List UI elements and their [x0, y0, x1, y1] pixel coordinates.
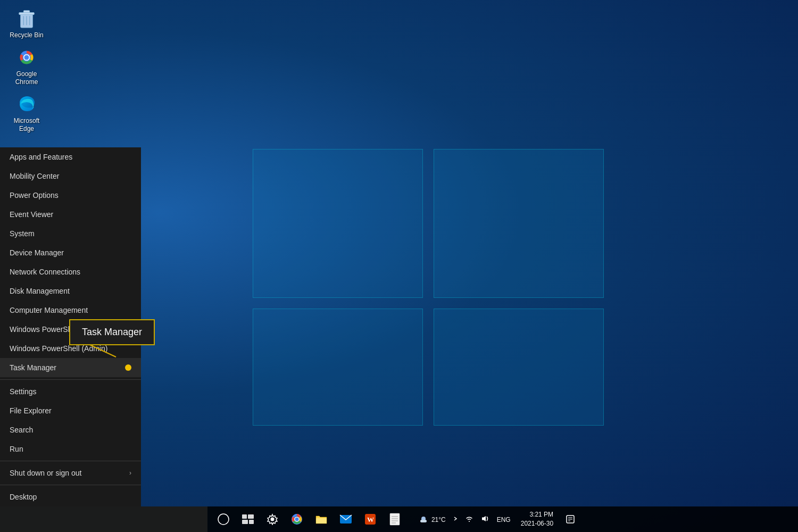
taskbar-volume-icon[interactable] — [479, 514, 491, 525]
taskbar-task-view-button[interactable] — [237, 509, 259, 530]
taskbar-show-hidden-icons[interactable] — [452, 514, 459, 525]
menu-item-power-options[interactable]: Power Options — [0, 186, 141, 205]
win-pane-tl — [253, 149, 423, 298]
svg-rect-18 — [249, 520, 254, 524]
menu-item-task-manager[interactable]: Task Manager — [0, 358, 141, 377]
menu-item-desktop[interactable]: Desktop — [0, 487, 141, 506]
taskbar-clock[interactable]: 3:21 PM 2021-06-30 — [517, 510, 558, 528]
menu-item-settings[interactable]: Settings — [0, 382, 141, 401]
svg-rect-17 — [242, 520, 248, 524]
microsoft-edge-label: Microsoft Edge — [8, 117, 45, 132]
menu-item-system[interactable]: System — [0, 224, 141, 243]
win-pane-br — [434, 309, 604, 426]
desktop: Recycle Bin Go — [0, 0, 798, 532]
google-chrome-label: Google Chrome — [8, 70, 45, 86]
taskbar-mail-button[interactable] — [335, 509, 356, 530]
svg-point-10 — [24, 55, 29, 60]
taskbar-start-area — [0, 506, 207, 532]
recycle-bin-icon[interactable]: Recycle Bin — [5, 5, 48, 41]
menu-item-shut-down[interactable]: Shut down or sign out › — [0, 463, 141, 483]
taskbar-action-center[interactable] — [562, 511, 579, 528]
svg-point-19 — [271, 518, 275, 521]
menu-item-file-explorer[interactable]: File Explorer — [0, 401, 141, 420]
svg-rect-15 — [242, 514, 247, 519]
taskbar-weather[interactable]: 21°C — [417, 514, 447, 525]
taskbar-notepad-button[interactable] — [384, 509, 405, 530]
menu-divider-3 — [0, 485, 141, 485]
svg-rect-2 — [23, 11, 29, 13]
svg-rect-27 — [390, 513, 400, 525]
svg-rect-23 — [316, 518, 327, 523]
menu-item-event-viewer[interactable]: Event Viewer — [0, 205, 141, 224]
task-manager-dot — [125, 364, 131, 371]
menu-item-computer-management[interactable]: Computer Management — [0, 301, 141, 320]
win-pane-bl — [253, 309, 423, 426]
svg-rect-33 — [420, 520, 427, 522]
menu-item-disk-management[interactable]: Disk Management — [0, 281, 141, 301]
taskbar-settings-button[interactable] — [262, 509, 283, 530]
menu-item-run[interactable]: Run — [0, 439, 141, 459]
svg-rect-16 — [248, 514, 254, 519]
svg-point-14 — [218, 514, 229, 525]
menu-divider-2 — [0, 461, 141, 461]
svg-rect-1 — [19, 13, 35, 15]
svg-point-22 — [295, 518, 299, 521]
recycle-bin-label: Recycle Bin — [10, 31, 43, 39]
menu-divider-1 — [0, 379, 141, 380]
svg-text:W: W — [367, 516, 374, 523]
task-manager-tooltip: Task Manager — [69, 319, 155, 345]
menu-item-network-connections[interactable]: Network Connections — [0, 262, 141, 281]
taskbar-file-explorer-button[interactable] — [311, 509, 332, 530]
taskbar: W 21°C — [0, 506, 798, 532]
desktop-icons: Recycle Bin Go — [5, 5, 48, 135]
taskbar-chrome-button[interactable] — [286, 509, 307, 530]
menu-item-search[interactable]: Search — [0, 420, 141, 439]
taskbar-network-icon[interactable] — [463, 514, 475, 525]
menu-item-device-manager[interactable]: Device Manager — [0, 243, 141, 262]
taskbar-office-button[interactable]: W — [360, 509, 381, 530]
win-pane-tr — [434, 149, 604, 298]
windows-logo-watermark — [253, 106, 625, 426]
taskbar-language-indicator[interactable]: ENG — [495, 514, 512, 525]
google-chrome-icon[interactable]: Google Chrome — [5, 44, 48, 88]
shut-down-arrow-icon: › — [129, 469, 131, 477]
menu-item-apps-features[interactable]: Apps and Features — [0, 147, 141, 167]
menu-item-mobility-center[interactable]: Mobility Center — [0, 167, 141, 186]
taskbar-tray: 21°C — [411, 506, 585, 532]
taskbar-search-button[interactable] — [213, 509, 234, 530]
microsoft-edge-icon[interactable]: Microsoft Edge — [5, 91, 48, 135]
taskbar-icons: W — [207, 509, 411, 530]
